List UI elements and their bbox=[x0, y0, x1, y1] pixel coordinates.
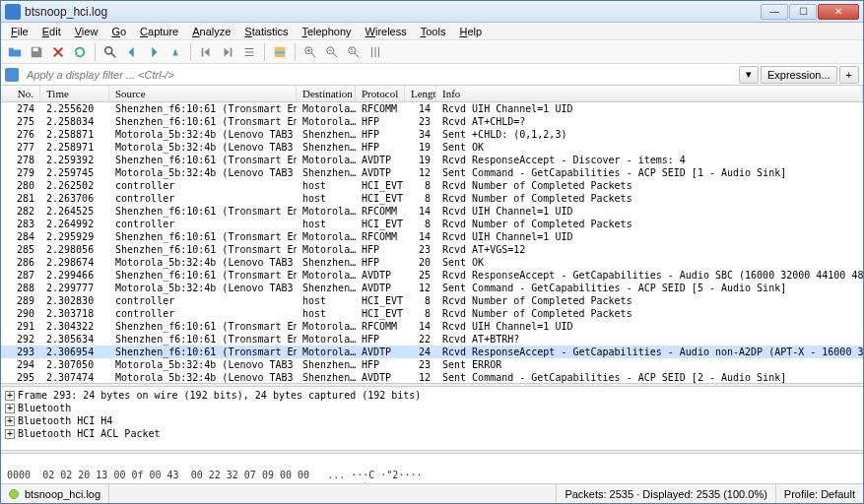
menu-statistics[interactable]: Statistics bbox=[238, 25, 294, 38]
packet-row[interactable]: 2862.298674Motorola_5b:32:4b (Lenovo TAB… bbox=[1, 256, 863, 269]
menu-tools[interactable]: Tools bbox=[415, 25, 452, 38]
toolbar: 1 bbox=[1, 40, 863, 64]
packet-row[interactable]: 2912.304322Shenzhen_f6:10:61 (Tronsmart … bbox=[1, 320, 863, 333]
packet-row[interactable]: 2942.307050Motorola_5b:32:4b (Lenovo TAB… bbox=[1, 358, 863, 371]
hex-bytes: 02 02 20 13 00 0f 00 43 00 22 32 07 09 0… bbox=[42, 470, 309, 480]
tree-item[interactable]: +Bluetooth HCI ACL Packet bbox=[5, 427, 859, 440]
expert-info-icon[interactable] bbox=[9, 489, 19, 499]
expand-icon[interactable]: + bbox=[5, 391, 15, 401]
menu-help[interactable]: Help bbox=[453, 25, 488, 38]
expand-icon[interactable]: + bbox=[5, 416, 15, 426]
reload-icon[interactable] bbox=[70, 42, 90, 62]
menu-file[interactable]: File bbox=[5, 25, 34, 38]
menu-wireless[interactable]: Wireless bbox=[360, 25, 413, 38]
status-file: btsnoop_hci.log bbox=[25, 488, 100, 500]
packet-row[interactable]: 2852.298056Shenzhen_f6:10:61 (Tronsmart … bbox=[1, 243, 863, 256]
resize-cols-icon[interactable] bbox=[366, 42, 385, 62]
packet-bytes[interactable]: 0000 02 02 20 13 00 0f 00 43 00 22 32 07… bbox=[1, 454, 863, 483]
find-icon[interactable] bbox=[100, 42, 120, 62]
col-info[interactable]: Info bbox=[436, 86, 863, 101]
menu-capture[interactable]: Capture bbox=[134, 25, 184, 38]
packet-row[interactable]: 2772.258971Motorola_5b:32:4b (Lenovo TAB… bbox=[1, 141, 863, 154]
menu-go[interactable]: Go bbox=[105, 25, 132, 38]
titlebar: btsnoop_hci.log — ☐ ✕ bbox=[1, 1, 863, 23]
svg-rect-3 bbox=[275, 51, 286, 54]
close-button[interactable]: ✕ bbox=[818, 4, 859, 20]
packet-row[interactable]: 2822.264525Shenzhen_f6:10:61 (Tronsmart … bbox=[1, 205, 863, 218]
col-time[interactable]: Time bbox=[40, 86, 109, 101]
packet-row[interactable]: 2842.295929Shenzhen_f6:10:61 (Tronsmart … bbox=[1, 230, 863, 243]
close-file-icon[interactable] bbox=[48, 42, 68, 62]
packet-row[interactable]: 2932.306954Shenzhen_f6:10:61 (Tronsmart … bbox=[1, 346, 863, 358]
window-title: btsnoop_hci.log bbox=[25, 5, 761, 19]
go-last-icon[interactable] bbox=[218, 42, 237, 62]
tree-item[interactable]: +Frame 293: 24 bytes on wire (192 bits),… bbox=[5, 389, 859, 402]
minimize-button[interactable]: — bbox=[761, 4, 788, 20]
menu-telephony[interactable]: Telephony bbox=[296, 25, 357, 38]
expand-icon[interactable]: + bbox=[5, 404, 15, 413]
packet-list[interactable]: No. Time Source Destination Protocol Len… bbox=[1, 86, 863, 383]
packet-list-header: No. Time Source Destination Protocol Len… bbox=[1, 86, 863, 102]
go-forward-icon[interactable] bbox=[144, 42, 164, 62]
col-source[interactable]: Source bbox=[109, 86, 297, 101]
auto-scroll-icon[interactable] bbox=[239, 42, 259, 62]
menubar: FileEditViewGoCaptureAnalyzeStatisticsTe… bbox=[1, 23, 863, 40]
menu-analyze[interactable]: Analyze bbox=[186, 25, 236, 38]
packet-row[interactable]: 2742.255620Shenzhen_f6:10:61 (Tronsmart … bbox=[1, 102, 863, 115]
packet-row[interactable]: 2872.299466Shenzhen_f6:10:61 (Tronsmart … bbox=[1, 269, 863, 282]
expression-button[interactable]: Expression... bbox=[761, 66, 837, 84]
packet-row[interactable]: 2752.258034Shenzhen_f6:10:61 (Tronsmart … bbox=[1, 115, 863, 128]
jump-icon[interactable] bbox=[166, 42, 185, 62]
col-proto[interactable]: Protocol bbox=[356, 86, 405, 101]
colorize-icon[interactable] bbox=[270, 42, 290, 62]
packet-row[interactable]: 2762.258871Motorola_5b:32:4b (Lenovo TAB… bbox=[1, 128, 863, 141]
status-bar: btsnoop_hci.log Packets: 2535 · Displaye… bbox=[1, 483, 863, 503]
zoom-out-icon[interactable] bbox=[322, 42, 342, 62]
packet-details[interactable]: +Frame 293: 24 bytes on wire (192 bits),… bbox=[1, 387, 863, 450]
expand-icon[interactable]: + bbox=[5, 429, 15, 439]
bookmark-icon[interactable] bbox=[5, 68, 19, 82]
open-icon[interactable] bbox=[5, 42, 25, 62]
go-first-icon[interactable] bbox=[196, 42, 216, 62]
display-filter-input[interactable] bbox=[23, 67, 735, 83]
packet-row[interactable]: 2882.299777Motorola_5b:32:4b (Lenovo TAB… bbox=[1, 282, 863, 294]
tree-item[interactable]: +Bluetooth HCI H4 bbox=[5, 414, 859, 427]
tree-item[interactable]: +Bluetooth bbox=[5, 402, 859, 414]
col-len[interactable]: Length bbox=[405, 86, 436, 101]
add-filter-button[interactable]: + bbox=[839, 66, 859, 84]
packet-row[interactable]: 2792.259745Motorola_5b:32:4b (Lenovo TAB… bbox=[1, 166, 863, 179]
menu-view[interactable]: View bbox=[69, 25, 104, 38]
svg-rect-0 bbox=[33, 47, 38, 51]
apply-filter-button[interactable]: ▾ bbox=[739, 66, 759, 84]
filter-bar: ▾ Expression... + bbox=[1, 64, 863, 86]
zoom-reset-icon[interactable]: 1 bbox=[344, 42, 364, 62]
app-icon bbox=[5, 4, 21, 20]
packet-row[interactable]: 2802.262502controllerhostHCI_EVT8Rcvd Nu… bbox=[1, 179, 863, 192]
zoom-in-icon[interactable] bbox=[300, 42, 320, 62]
packet-row[interactable]: 2922.305634Shenzhen_f6:10:61 (Tronsmart … bbox=[1, 333, 863, 346]
packet-row[interactable]: 2952.307474Motorola_5b:32:4b (Lenovo TAB… bbox=[1, 371, 863, 383]
svg-text:1: 1 bbox=[351, 47, 354, 53]
save-icon[interactable] bbox=[27, 42, 46, 62]
packet-row[interactable]: 2812.263706controllerhostHCI_EVT8Rcvd Nu… bbox=[1, 192, 863, 205]
go-back-icon[interactable] bbox=[122, 42, 142, 62]
hex-ascii: ... ···C ·"2···· bbox=[327, 470, 422, 480]
status-packets: Packets: 2535 · Displayed: 2535 (100.0%) bbox=[557, 484, 775, 503]
hex-offset: 0000 bbox=[7, 470, 31, 480]
packet-row[interactable]: 2902.303718controllerhostHCI_EVT8Rcvd Nu… bbox=[1, 307, 863, 320]
status-profile[interactable]: Profile: Default bbox=[776, 484, 863, 503]
col-dest[interactable]: Destination bbox=[297, 86, 356, 101]
menu-edit[interactable]: Edit bbox=[36, 25, 67, 38]
col-no[interactable]: No. bbox=[1, 86, 40, 101]
maximize-button[interactable]: ☐ bbox=[789, 4, 817, 20]
svg-point-1 bbox=[105, 46, 112, 53]
packet-row[interactable]: 2892.302830controllerhostHCI_EVT8Rcvd Nu… bbox=[1, 294, 863, 307]
packet-row[interactable]: 2782.259392Shenzhen_f6:10:61 (Tronsmart … bbox=[1, 154, 863, 166]
packet-row[interactable]: 2832.264992controllerhostHCI_EVT8Rcvd Nu… bbox=[1, 218, 863, 230]
